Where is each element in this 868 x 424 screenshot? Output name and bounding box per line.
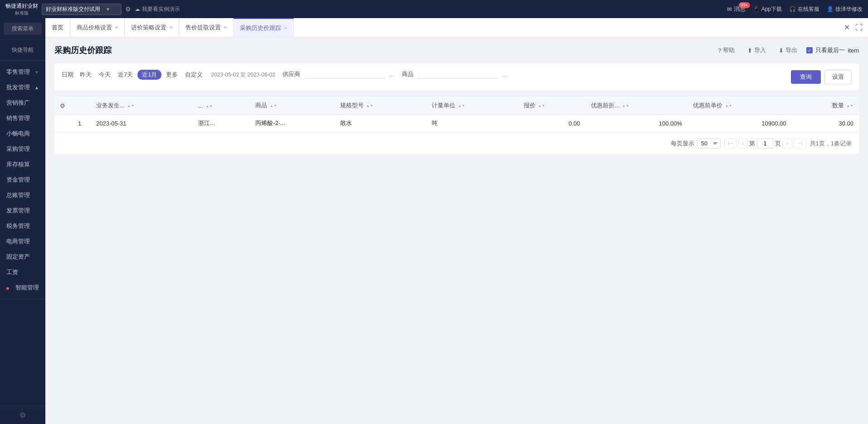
prev-page-button[interactable]: ‹ <box>738 138 747 149</box>
app-download-label: App下载 <box>761 5 782 13</box>
th-quote[interactable]: 报价 ▲▼ <box>518 97 585 115</box>
sidebar-item-assets[interactable]: 固定资产 <box>0 249 45 265</box>
th-product[interactable]: 商品 ▲▼ <box>250 97 334 115</box>
filter-actions: 查询 设置 <box>791 70 852 84</box>
next-page-button[interactable]: › <box>783 138 792 149</box>
demo-link[interactable]: ☁ 我要看实例演示 <box>135 5 180 13</box>
row-business-date: 2023-05-31 <box>91 115 193 132</box>
sidebar-item-retail[interactable]: 零售管理 ▼ <box>0 64 45 80</box>
sidebar-item-inventory[interactable]: 库存核算 <box>0 157 45 172</box>
sidebar-search-section: 搜索菜单 <box>0 18 45 40</box>
last-page-button[interactable]: ⊣ <box>794 138 806 149</box>
date-btn-yesterday[interactable]: 昨天 <box>77 70 94 80</box>
app-download-button[interactable]: 📱 App下载 <box>753 5 782 13</box>
product-more-icon[interactable]: ... <box>502 71 508 78</box>
th-unit[interactable]: 计量单位 ▲▼ <box>426 97 518 115</box>
data-table: ⚙ 业务发生... ▲▼ ... ▲▼ <box>54 97 859 132</box>
sidebar-item-ecommerce[interactable]: 电商管理 <box>0 234 45 249</box>
date-filter-label: 日期 <box>62 71 73 79</box>
help-button[interactable]: ? 帮助 <box>714 44 738 56</box>
sidebar-item-invoice[interactable]: 发票管理 <box>0 203 45 218</box>
sidebar-item-wholesale[interactable]: 批发管理 ▲ <box>0 80 45 95</box>
product-input[interactable] <box>417 70 499 79</box>
user-info-button[interactable]: 👤 徐泽华修改 <box>827 5 863 13</box>
user-icon: 👤 <box>827 6 834 12</box>
import-button[interactable]: ⬆ 导入 <box>744 44 770 56</box>
th-qty[interactable]: 数量 ▲▼ <box>791 97 859 115</box>
sidebar-item-small-ecommerce[interactable]: 小畅电商 <box>0 126 45 141</box>
sidebar-item-finance[interactable]: 资金管理 <box>0 172 45 188</box>
tab-close-sale-price[interactable]: × <box>224 24 227 31</box>
date-range-display: 2023-05-02 至 2023-06-02 <box>211 71 275 79</box>
sidebar-item-payroll[interactable]: 工资 <box>0 265 45 280</box>
version-selector[interactable]: 好业财标准版交付试用 ▼ <box>42 4 122 15</box>
th-discount[interactable]: 优惠前折... ▲▼ <box>585 97 688 115</box>
row-seq: 1 <box>73 115 91 132</box>
only-last-checkbox[interactable]: ✓ 只看最后一 item <box>806 46 859 54</box>
per-page-group: 每页显示 50 10 20 100 <box>671 138 721 149</box>
supplier-input[interactable] <box>304 70 385 79</box>
row-discount: 100.00% <box>585 115 688 132</box>
filter-settings-button[interactable]: 设置 <box>824 70 852 84</box>
tab-price-setting[interactable]: 商品价格设置 × <box>70 18 125 37</box>
tab-purchase-history[interactable]: 采购历史价跟踪 × <box>234 18 294 37</box>
help-icon: ? <box>718 47 721 54</box>
tab-sale-price[interactable]: 售价提取设置 × <box>179 18 234 37</box>
date-btn-today[interactable]: 今天 <box>96 70 113 80</box>
gear-icon[interactable]: ⚙ <box>60 102 65 109</box>
date-btn-7days[interactable]: 近7天 <box>115 70 136 80</box>
message-button[interactable]: ✉ 消息 99+ <box>727 5 746 13</box>
first-page-button[interactable]: ⊢ <box>724 138 736 149</box>
export-button[interactable]: ⬇ 导出 <box>775 44 801 56</box>
sidebar-item-tax[interactable]: 税务管理 <box>0 218 45 234</box>
th-business-date[interactable]: 业务发生... ▲▼ <box>91 97 193 115</box>
sidebar-item-smart[interactable]: 智能管理 <box>0 280 45 295</box>
page-header: 采购历史价跟踪 ? 帮助 ⬆ 导入 ⬇ 导出 ✓ <box>54 44 859 56</box>
page-input[interactable] <box>757 138 773 149</box>
date-btn-custom[interactable]: 自定义 <box>182 70 205 80</box>
checkbox-icon: ✓ <box>806 47 813 53</box>
online-service-button[interactable]: 🎧 在线客服 <box>789 5 819 13</box>
tab-home[interactable]: 首页 <box>45 18 70 37</box>
date-btn-1month[interactable]: 近1月 <box>137 70 161 80</box>
sort-icon: ▲▼ <box>205 104 213 108</box>
tab-close-purchase-history[interactable]: × <box>284 25 287 31</box>
sidebar-item-marketing[interactable]: 营销推广 <box>0 95 45 111</box>
th-gear: ⚙ <box>54 97 73 115</box>
tab-bar-actions: ✕ ⛶ <box>842 21 868 34</box>
tab-close-button[interactable]: ✕ <box>842 21 852 34</box>
row-pre-discount-price: 10900.00 <box>688 115 791 132</box>
tab-maximize-button[interactable]: ⛶ <box>853 22 864 34</box>
sidebar-settings-icon[interactable]: ⚙ <box>20 411 26 419</box>
row-gear <box>54 115 73 132</box>
th-more[interactable]: ... ▲▼ <box>193 97 250 115</box>
search-menu-button[interactable]: 搜索菜单 <box>4 23 42 35</box>
per-page-select[interactable]: 50 10 20 100 <box>697 138 721 149</box>
sidebar-item-ledger[interactable]: 总账管理 <box>0 188 45 203</box>
message-icon: ✉ <box>727 6 732 13</box>
sort-icon: ▲▼ <box>127 104 134 108</box>
sort-icon: ▲▼ <box>725 104 732 108</box>
date-filter-group: 日期 昨天 今天 近7天 近1月 更多 自定义 2023-05-02 至 202… <box>62 70 275 80</box>
tab-close-price-setting[interactable]: × <box>115 24 118 31</box>
settings-icon[interactable]: ⚙ <box>125 5 131 13</box>
page-label: 第 <box>749 140 755 148</box>
th-label: 业务发生... <box>96 102 125 109</box>
sort-icon: ▲▼ <box>846 104 853 108</box>
th-spec[interactable]: 规格型号 ▲▼ <box>335 97 426 115</box>
sidebar-item-sales[interactable]: 销售管理 <box>0 111 45 126</box>
date-btn-more[interactable]: 更多 <box>163 70 180 80</box>
pagination: 每页显示 50 10 20 100 ⊢ ‹ 第 页 <box>54 132 859 154</box>
th-pre-discount-price[interactable]: 优惠前单价 ▲▼ <box>688 97 791 115</box>
sidebar-item-label: 销售管理 <box>6 114 30 122</box>
quick-nav-button[interactable]: 快捷导航 <box>4 44 42 56</box>
main-layout: 搜索菜单 快捷导航 零售管理 ▼ 批发管理 ▲ 营销推广 销售管理 小畅电商 <box>0 18 868 424</box>
row-supplier: 浙江... <box>193 115 250 132</box>
import-icon: ⬆ <box>747 47 752 54</box>
sidebar-item-purchase[interactable]: 采购管理 <box>0 141 45 157</box>
tab-purchase-strategy[interactable]: 进价策略设置 × <box>125 18 179 37</box>
query-button[interactable]: 查询 <box>791 70 821 84</box>
page-actions: ? 帮助 ⬆ 导入 ⬇ 导出 ✓ 只看最后一 item <box>714 44 859 56</box>
tab-close-purchase-strategy[interactable]: × <box>169 24 172 31</box>
supplier-more-icon[interactable]: ... <box>389 71 395 78</box>
